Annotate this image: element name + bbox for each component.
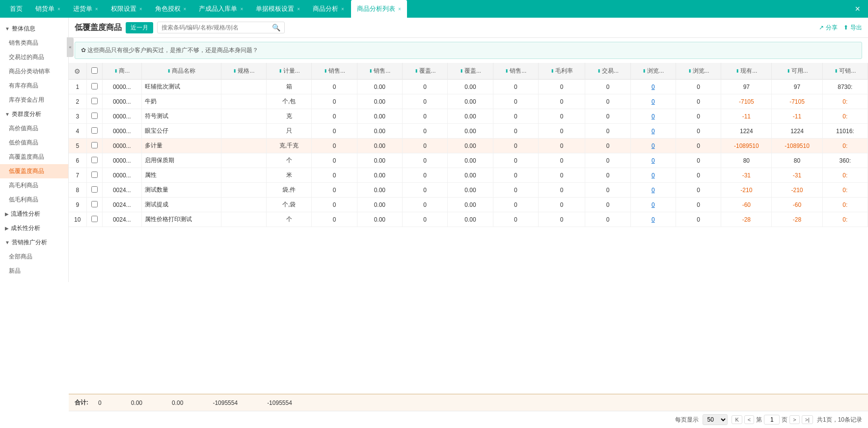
- th-view2[interactable]: ⬍浏览...: [676, 63, 721, 80]
- sidebar-item-low-coverage[interactable]: 低覆盖度商品: [0, 164, 68, 178]
- row-avail: -31: [772, 168, 822, 183]
- th-code[interactable]: ⬍商...: [102, 63, 141, 80]
- th-unit[interactable]: ⬍计量...: [267, 63, 312, 80]
- sidebar-group-marketing[interactable]: ▼ 营销推广分析: [0, 235, 68, 250]
- row-view2: 0: [676, 183, 721, 198]
- row-name: 多计量: [141, 139, 221, 153]
- row-sellable: 0:: [822, 198, 868, 212]
- row-view1[interactable]: 0: [630, 198, 676, 212]
- nav-tab-product-entry[interactable]: 产成品入库单 ×: [193, 0, 249, 18]
- export-button[interactable]: ⬆ 导出: [843, 24, 862, 32]
- select-all-checkbox[interactable]: [91, 67, 98, 74]
- th-sales-qty[interactable]: ⬍销售...: [312, 63, 357, 80]
- share-button[interactable]: ↗ 分享: [819, 24, 838, 32]
- th-checkbox[interactable]: [86, 63, 102, 80]
- per-page-select[interactable]: 50 20 100 200: [703, 414, 728, 425]
- sidebar-item-traded-goods[interactable]: 交易过的商品: [0, 50, 68, 64]
- row-view1[interactable]: 0: [630, 153, 676, 168]
- row-view1[interactable]: 0: [630, 212, 676, 227]
- row-num: 3: [69, 109, 86, 124]
- th-cover1[interactable]: ⬍覆盖...: [403, 63, 448, 80]
- last-page-button[interactable]: >|: [802, 415, 813, 424]
- row-checkbox[interactable]: [86, 153, 102, 168]
- footer-total: 合计: 0 0.00 0.00 -1095554 -1095554: [69, 394, 868, 411]
- th-spec[interactable]: ⬍规格...: [221, 63, 266, 80]
- first-page-button[interactable]: K: [732, 415, 742, 424]
- nav-tab-purchase[interactable]: 进货单 ×: [67, 0, 104, 18]
- th-sellable[interactable]: ⬍可销...: [822, 63, 868, 80]
- row-checkbox[interactable]: [86, 80, 102, 94]
- search-input[interactable]: [162, 24, 270, 31]
- sidebar-group-growth[interactable]: ▶ 成长性分析: [0, 221, 68, 235]
- row-checkbox[interactable]: [86, 94, 102, 109]
- row-view1[interactable]: 0: [630, 109, 676, 124]
- th-view1[interactable]: ⬍浏览...: [630, 63, 676, 80]
- row-view1[interactable]: 0: [630, 94, 676, 109]
- sidebar-group-liquidity[interactable]: ▶ 流通性分析: [0, 207, 68, 221]
- table-body: 1 0000... 旺辅批次测试 箱 0 0.00 0 0.00 0 0 0 0…: [69, 80, 868, 227]
- sidebar-item-all-goods[interactable]: 全部商品: [0, 250, 68, 264]
- th-sales3[interactable]: ⬍销售...: [493, 63, 538, 80]
- row-stock: 1224: [721, 124, 772, 139]
- sidebar-item-stock-capital[interactable]: 库存资金占用: [0, 93, 68, 107]
- nav-tab-role[interactable]: 角色授权 ×: [149, 0, 192, 18]
- prev-page-button[interactable]: <: [744, 415, 754, 424]
- time-filter-button[interactable]: 近一月: [126, 22, 153, 33]
- nav-tab-template[interactable]: 单据模板设置 ×: [250, 0, 306, 18]
- th-trade[interactable]: ⬍交易...: [585, 63, 630, 80]
- main-layout: ▼ 整体信息 销售类商品 交易过的商品 商品分类动销率 有库存商品 库存资金占用…: [0, 18, 868, 428]
- sidebar-item-high-coverage[interactable]: 高覆盖度商品: [0, 150, 68, 164]
- next-page-button[interactable]: >: [789, 415, 799, 424]
- th-cover2[interactable]: ⬍覆盖...: [448, 63, 493, 80]
- nav-tab-analysis[interactable]: 商品分析 ×: [307, 0, 350, 18]
- sidebar-collapse-button[interactable]: «: [67, 37, 74, 57]
- row-checkbox[interactable]: [86, 198, 102, 212]
- th-name[interactable]: ⬍商品名称: [141, 63, 221, 80]
- row-checkbox[interactable]: [86, 139, 102, 153]
- sidebar-group-cluster[interactable]: ▼ 类群度分析: [0, 107, 68, 121]
- th-gear[interactable]: ⚙: [69, 63, 86, 80]
- th-avail[interactable]: ⬍可用...: [772, 63, 822, 80]
- page-number-input[interactable]: [764, 415, 780, 425]
- row-view1[interactable]: 0: [630, 183, 676, 198]
- sidebar-item-category-turnover[interactable]: 商品分类动销率: [0, 64, 68, 79]
- sidebar-item-stock-goods[interactable]: 有库存商品: [0, 79, 68, 93]
- nav-tab-analysis-list[interactable]: 商品分析列表 ×: [351, 0, 407, 18]
- table-row: 4 0000... 眼宝公仔 只 0 0.00 0 0.00 0 0 0 0 0…: [69, 124, 868, 139]
- close-icon[interactable]: ×: [341, 6, 344, 12]
- close-icon[interactable]: ×: [95, 6, 98, 12]
- nav-tab-home[interactable]: 首页: [4, 0, 28, 18]
- close-icon[interactable]: ×: [184, 6, 187, 12]
- row-checkbox[interactable]: [86, 212, 102, 227]
- window-close-button[interactable]: ×: [851, 4, 864, 14]
- row-checkbox[interactable]: [86, 183, 102, 198]
- nav-tab-permission[interactable]: 权限设置 ×: [105, 0, 148, 18]
- row-sales-amt: 0.00: [357, 168, 402, 183]
- sidebar-item-new-goods[interactable]: 新品: [0, 264, 68, 278]
- sidebar-item-high-value[interactable]: 高价值商品: [0, 121, 68, 136]
- nav-tab-sales[interactable]: 销货单 ×: [29, 0, 66, 18]
- sidebar-item-sales-goods[interactable]: 销售类商品: [0, 36, 68, 50]
- row-checkbox[interactable]: [86, 109, 102, 124]
- sidebar-item-low-margin[interactable]: 低毛利商品: [0, 193, 68, 207]
- close-icon[interactable]: ×: [297, 6, 300, 12]
- th-stock[interactable]: ⬍现有...: [721, 63, 772, 80]
- row-view1[interactable]: 0: [630, 124, 676, 139]
- sidebar-item-low-value[interactable]: 低价值商品: [0, 136, 68, 150]
- row-checkbox[interactable]: [86, 168, 102, 183]
- row-stock: -28: [721, 212, 772, 227]
- row-view1[interactable]: 0: [630, 139, 676, 153]
- row-view2: 0: [676, 139, 721, 153]
- th-gross[interactable]: ⬍毛利率: [538, 63, 585, 80]
- close-icon[interactable]: ×: [57, 6, 60, 12]
- sidebar-item-high-margin[interactable]: 高毛利商品: [0, 178, 68, 193]
- close-icon[interactable]: ×: [139, 6, 142, 12]
- close-icon[interactable]: ×: [398, 6, 401, 12]
- row-view1[interactable]: 0: [630, 168, 676, 183]
- close-icon[interactable]: ×: [240, 6, 243, 12]
- row-checkbox[interactable]: [86, 124, 102, 139]
- row-view1[interactable]: 0: [630, 80, 676, 94]
- table-container[interactable]: ⚙ ⬍商... ⬍商品名称 ⬍规格... ⬍计量... ⬍销售... ⬍销售..…: [69, 63, 868, 394]
- th-sales-amt[interactable]: ⬍销售...: [357, 63, 402, 80]
- sidebar-group-overview[interactable]: ▼ 整体信息: [0, 22, 68, 36]
